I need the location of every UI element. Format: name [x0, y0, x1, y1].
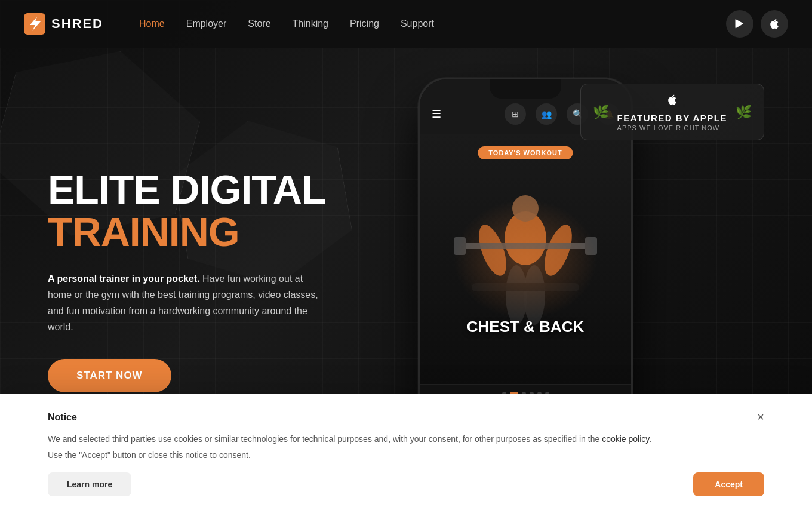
nav-link-employer[interactable]: Employer [186, 19, 227, 29]
phone-menu-icon[interactable]: ☰ [432, 107, 441, 121]
cookie-close-button[interactable]: × [757, 410, 764, 424]
cookie-header: Notice × [48, 410, 764, 424]
phone-nav-icon-users[interactable]: 👥 [536, 103, 557, 125]
svg-point-11 [454, 199, 597, 319]
featured-subtitle: APPS WE LOVE RIGHT NOW [617, 124, 727, 131]
hero-subtitle-bold: A personal trainer in your pocket. [48, 274, 200, 284]
featured-badge-content: FEATURED BY APPLE APPS WE LOVE RIGHT NOW [617, 93, 727, 131]
athlete-visual [436, 191, 615, 328]
featured-badge: 🌿 FEATURED BY APPLE APPS WE LOVE RIGHT N… [580, 84, 764, 140]
cookie-actions: Learn more Accept [48, 472, 764, 496]
cookie-body-line1: We and selected third parties use cookie… [48, 434, 599, 444]
logo: SHRED [24, 13, 103, 35]
google-play-icon [734, 18, 746, 30]
nav-link-pricing[interactable]: Pricing [350, 19, 379, 29]
navbar: SHRED Home Employer Store Thinking Prici… [0, 0, 812, 48]
nav-link-home[interactable]: Home [139, 19, 165, 29]
hero-title: ELITE DIGITAL TRAINING [48, 168, 382, 254]
cookie-body-line2: Use the "Accept" button or close this no… [48, 449, 764, 462]
cookie-body-text: We and selected third parties use cookie… [48, 432, 764, 446]
cookie-title: Notice [48, 412, 77, 423]
cookie-notice: Notice × We and selected third parties u… [0, 394, 812, 513]
phone-notch [490, 79, 561, 99]
phone-workout-area: TODAY'S WORKOUT CHEST & BACK [420, 134, 631, 384]
shred-logo-icon [24, 13, 45, 35]
today-workout-badge: TODAY'S WORKOUT [478, 146, 573, 159]
navbar-right [726, 10, 788, 38]
google-play-button[interactable] [726, 10, 753, 38]
cookie-inner: Notice × We and selected third parties u… [48, 410, 764, 496]
nav-link-thinking[interactable]: Thinking [293, 19, 328, 29]
learn-more-button[interactable]: Learn more [48, 472, 131, 496]
phone-nav-icon-grid[interactable]: ⊞ [505, 103, 526, 125]
apple-icon [768, 18, 780, 30]
featured-title: FEATURED BY APPLE [617, 113, 727, 123]
hero-title-orange: TRAINING [48, 209, 239, 254]
hero-subtitle: A personal trainer in your pocket. Have … [48, 271, 322, 336]
start-now-button[interactable]: START NOW [48, 359, 171, 392]
nav-link-support[interactable]: Support [401, 19, 434, 29]
laurel-left-icon: 🌿 [593, 105, 609, 120]
navbar-left: SHRED Home Employer Store Thinking Prici… [24, 13, 434, 35]
hero-title-white: ELITE DIGITAL [48, 167, 326, 212]
app-store-button[interactable] [761, 10, 788, 38]
apple-featured-icon [617, 93, 727, 110]
featured-text: FEATURED BY APPLE APPS WE LOVE RIGHT NOW [617, 113, 727, 131]
accept-button[interactable]: Accept [693, 472, 764, 496]
cookie-policy-link[interactable]: cookie policy [602, 434, 649, 444]
workout-name: CHEST & BACK [420, 318, 631, 336]
nav-links: Home Employer Store Thinking Pricing Sup… [139, 19, 434, 29]
nav-link-store[interactable]: Store [248, 19, 270, 29]
cookie-period: . [649, 434, 651, 444]
brand-name: SHRED [51, 16, 103, 32]
laurel-right-icon: 🌿 [736, 105, 752, 120]
hero-left: ELITE DIGITAL TRAINING A personal traine… [48, 168, 382, 393]
